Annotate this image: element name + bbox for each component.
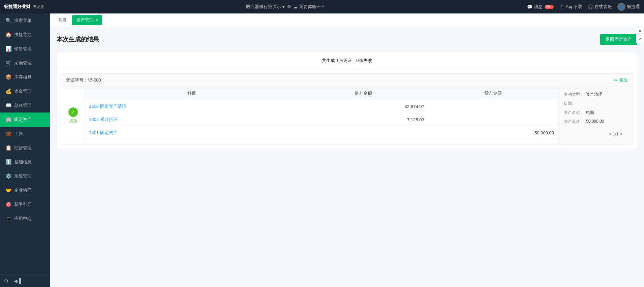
row3-debit (298, 126, 428, 139)
sidebar-item-operations[interactable]: 📋 经营管理 (0, 141, 50, 155)
tab-assets[interactable]: 资产管理 × (72, 15, 102, 25)
sidebar-label-payroll: 工资 (14, 131, 23, 137)
sidebar-item-search[interactable]: 🔍 搜索菜单 (0, 13, 50, 28)
result-summary: 共生成 1张凭证，0张失败 (57, 52, 637, 69)
messages-button[interactable]: 💬 消息 99+ (527, 4, 554, 10)
voucher-table: 科目 借方金额 贷方金额 1606 固定资产清理 42,874. (85, 87, 558, 145)
voucher-section: 凭证字号：记-003 ✏ 修改 ✓ (61, 73, 633, 145)
sidebar-item-payroll[interactable]: 💼 工资 (0, 127, 50, 141)
tab-close-icon[interactable]: × (96, 18, 98, 23)
table-row: 1601 固定资产 50,000.00 (85, 126, 558, 139)
basic-info-icon: ℹ️ (5, 159, 11, 165)
tab-home-label: 首页 (58, 18, 67, 23)
messages-badge: 99+ (545, 5, 554, 9)
page-content: 本次生成的结果 返回固定资产 共生成 1张凭证，0张失败 凭证字号：记-003 … (50, 27, 644, 287)
row3-subject: 1601 固定资产 (85, 126, 298, 139)
main-layout: 🔍 搜索菜单 🏠 快捷导航 📊 销售管理 🛒 采购管理 📦 库存核算 💰 资金管… (0, 13, 644, 287)
close-panel-button[interactable]: ✕ (636, 27, 644, 35)
expand-panel-button[interactable]: ⤢ (636, 35, 644, 43)
bottom-settings-icon[interactable]: ⚙ (4, 278, 8, 284)
trial-icon: ☁ (293, 4, 298, 9)
app-download-label: App下载 (566, 4, 582, 10)
detail-change-type: 变动类型： 资产清理 (564, 92, 627, 97)
sidebar-label-operations: 经营管理 (14, 145, 32, 151)
success-text: 成功 (69, 118, 77, 124)
fund-icon: 💰 (5, 88, 11, 94)
col-debit: 借方金额 (298, 87, 428, 100)
asset-original-label: 资产原值： (564, 119, 584, 125)
voucher-detail: 变动类型： 资产清理 日期： 资产名称： 电脑 (558, 87, 633, 145)
inventory-icon: 📦 (5, 74, 11, 80)
sidebar-label-quick-nav: 快捷导航 (14, 32, 32, 38)
sidebar-label-fund: 资金管理 (14, 88, 32, 94)
company-selector[interactable]: 医疗器械行业演示 ▾ (246, 4, 285, 10)
sidebar-item-purchase[interactable]: 🛒 采购管理 (0, 56, 50, 70)
settings-icon[interactable]: ⚙ (287, 4, 291, 10)
return-button[interactable]: 返回固定资产 (600, 34, 637, 45)
asset-original-value: 50,000.00 (586, 119, 604, 125)
content-area: 首页 资产管理 × 本次生成的结果 返回固定资产 共生成 1张凭证，0张失败 (50, 13, 644, 287)
prev-page-icon[interactable]: < (609, 131, 612, 136)
sidebar-item-basic-info[interactable]: ℹ️ 基础信息 (0, 155, 50, 169)
detail-asset-original: 资产原值： 50,000.00 (564, 119, 627, 125)
ledger-icon: 📖 (5, 102, 11, 108)
sidebar-item-fund[interactable]: 💰 资金管理 (0, 84, 50, 98)
voucher-number: 凭证字号：记-003 (66, 77, 101, 83)
tab-home[interactable]: 首页 (55, 17, 69, 23)
result-panel: 共生成 1张凭证，0张失败 凭证字号：记-003 ✏ 修改 (57, 52, 637, 149)
change-type-label: 变动类型： (564, 92, 584, 97)
asset-name-value: 电脑 (586, 110, 594, 116)
asset-name-label: 资产名称： (564, 110, 584, 116)
avatar: 👤 (617, 3, 625, 11)
page-info: 1/1 (613, 131, 620, 136)
enterprise-icon: 🤝 (5, 187, 11, 193)
date-label: 日期： (564, 101, 576, 106)
guide-icon: 🎯 (5, 201, 11, 208)
success-icon: ✓ (68, 107, 78, 117)
app-download-button[interactable]: 📱 App下载 (559, 4, 582, 10)
row2-subject: 1602 累计折旧 (85, 113, 298, 126)
trial-button[interactable]: ☁ 我要体验一下 (293, 4, 325, 10)
next-page-icon[interactable]: > (620, 131, 622, 136)
search-icon: 🔍 (5, 18, 11, 24)
app-center-icon: 📱 (5, 216, 11, 222)
user-area[interactable]: 👤 畅捷通 (617, 3, 640, 11)
customer-service-icon: 🎧 (588, 4, 593, 9)
sidebar-bottom: ⚙ ◀▐ (0, 275, 50, 287)
logo-area: 畅捷通好业财 普及版 (4, 4, 44, 10)
sidebar-item-app-center[interactable]: 📱 应用中心 (0, 212, 50, 226)
app-download-icon: 📱 (559, 4, 564, 9)
detail-pagination: < 1/1 > (564, 128, 627, 140)
edit-button[interactable]: ✏ 修改 (614, 77, 628, 83)
sidebar-item-ledger[interactable]: 📖 总账管理 (0, 98, 50, 113)
col-subject: 科目 (85, 87, 298, 100)
sidebar-item-quick-nav[interactable]: 🏠 快捷导航 (0, 28, 50, 42)
sidebar-item-system[interactable]: ⚙️ 系统管理 (0, 169, 50, 183)
fixed-assets-icon: 🏢 (5, 117, 11, 123)
voucher-body: ✓ 成功 科目 借方金额 (61, 87, 633, 145)
table-area: ✓ 成功 科目 借方金额 (61, 87, 558, 145)
app-logo: 畅捷通好业财 (4, 4, 30, 10)
user-label: 畅捷通 (627, 4, 640, 10)
page-title-row: 本次生成的结果 返回固定资产 (57, 34, 637, 45)
tab-assets-label: 资产管理 (76, 17, 94, 23)
sidebar-label-fixed-assets: 固定资产 (14, 117, 32, 123)
sidebar-item-sales[interactable]: 📊 销售管理 (0, 42, 50, 56)
purchase-icon: 🛒 (5, 60, 11, 66)
sidebar-label-guide: 新手引导 (14, 201, 32, 208)
sidebar-item-inventory[interactable]: 📦 库存核算 (0, 70, 50, 84)
sidebar-label-app-center: 应用中心 (14, 216, 32, 222)
voucher-header: 凭证字号：记-003 ✏ 修改 (61, 74, 633, 87)
sidebar: 🔍 搜索菜单 🏠 快捷导航 📊 销售管理 🛒 采购管理 📦 库存核算 💰 资金管… (0, 13, 50, 287)
sidebar-item-guide[interactable]: 🎯 新手引导 (0, 197, 50, 212)
customer-service-button[interactable]: 🎧 在线客服 (588, 4, 612, 10)
sidebar-label-basic-info: 基础信息 (14, 159, 32, 165)
bottom-collapse-icon[interactable]: ◀▐ (14, 278, 21, 284)
row1-debit: 42,874.97 (298, 100, 428, 113)
sidebar-item-fixed-assets[interactable]: 🏢 固定资产 (0, 113, 50, 127)
sidebar-item-enterprise[interactable]: 🤝 企业协同 (0, 183, 50, 197)
table-row: 1606 固定资产清理 42,874.97 (85, 100, 558, 113)
sidebar-label-enterprise: 企业协同 (14, 187, 32, 193)
row1-subject: 1606 固定资产清理 (85, 100, 298, 113)
detail-date: 日期： (564, 101, 627, 106)
